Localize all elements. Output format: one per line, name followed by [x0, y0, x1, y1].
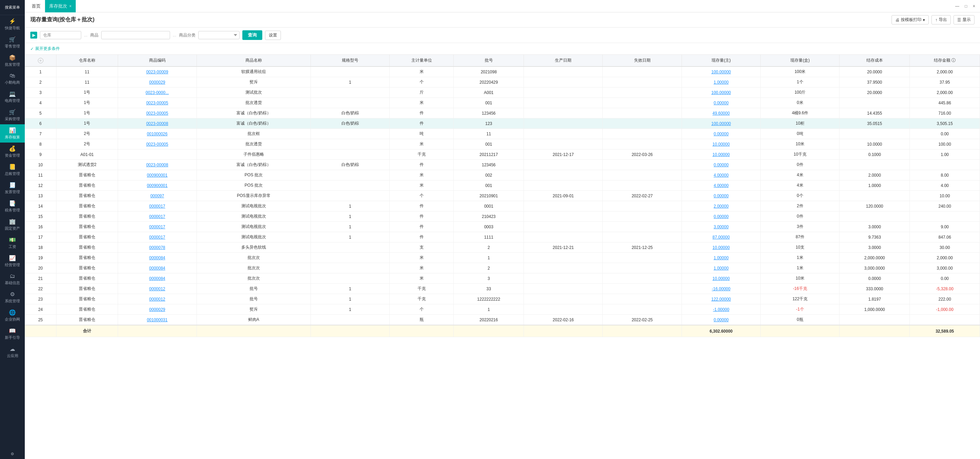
table-container[interactable]: ○ 仓库名称 商品编码 商品名称 规格型号 主计量单位 批号 生产日期 失效日期…: [25, 55, 980, 459]
cell-qty-main[interactable]: 100.00000: [682, 118, 760, 129]
cell-batch: 210423: [454, 212, 524, 222]
cell-code[interactable]: 0000084: [118, 253, 197, 263]
cell-qty-main[interactable]: 0.00000: [682, 129, 760, 139]
cell-qty-main[interactable]: 10.00000: [682, 273, 760, 284]
cell-batch: 20220429: [454, 77, 524, 88]
goods-label: 商品: [90, 32, 99, 38]
cell-code[interactable]: 0000029: [118, 77, 197, 88]
minimize-button[interactable]: —: [953, 4, 961, 9]
sidebar-item-finance[interactable]: 💰 资金管理: [0, 143, 25, 161]
cell-qty-main[interactable]: 4.00000: [682, 170, 760, 180]
close-window-button[interactable]: ×: [971, 4, 977, 9]
cell-qty-main[interactable]: 100.00000: [682, 88, 760, 98]
cell-qty-main[interactable]: -16.00000: [682, 284, 760, 294]
sidebar-item-inventory[interactable]: 📊 库存核算: [0, 124, 25, 143]
cell-code[interactable]: 0023-0000...: [118, 88, 197, 98]
cell-code[interactable]: 0000029: [118, 304, 197, 315]
sidebar-item-ledger[interactable]: 📒 总账管理: [0, 161, 25, 179]
cell-qty-main[interactable]: 0.00000: [682, 160, 760, 170]
cell-code[interactable]: 0023-00005: [118, 98, 197, 108]
cell-code[interactable]: 0000017: [118, 232, 197, 242]
sidebar-item-payroll[interactable]: 💵 工资: [0, 234, 25, 252]
cell-qty-main[interactable]: 0.00000: [682, 212, 760, 222]
cell-code[interactable]: 0000017: [118, 222, 197, 232]
sidebar-item-wholesale[interactable]: 📦 批发管理: [0, 52, 25, 70]
cell-code[interactable]: 0000017: [118, 201, 197, 212]
cell-qty-main[interactable]: 100.00000: [682, 67, 760, 77]
cell-code[interactable]: 0023-00005: [118, 108, 197, 118]
cell-qty-main[interactable]: 0.00000: [682, 315, 760, 325]
cell-batch: 2: [454, 263, 524, 273]
cell-qty-main[interactable]: 10.00000: [682, 242, 760, 253]
expand-more-button[interactable]: ✓ 展开更多条件: [30, 45, 975, 53]
cell-code[interactable]: 001000026: [118, 129, 197, 139]
cell-code[interactable]: 0000078: [118, 242, 197, 253]
category-select[interactable]: [198, 31, 240, 39]
sidebar-item-ecommerce[interactable]: 💻 电商管理: [0, 88, 25, 106]
sidebar-item-operations[interactable]: 📈 经营管理: [0, 252, 25, 270]
sidebar-logo[interactable]: 搜索菜单: [0, 0, 25, 15]
cell-code[interactable]: 0000012: [118, 284, 197, 294]
summary-cell-10: [761, 325, 840, 337]
sidebar-item-system[interactable]: ⚙ 系统管理: [0, 288, 25, 306]
goods-input[interactable]: [101, 31, 170, 39]
cell-code[interactable]: 001000031: [118, 315, 197, 325]
cell-code[interactable]: 0000084: [118, 263, 197, 273]
cell-code[interactable]: 000900001: [118, 170, 197, 180]
cell-code[interactable]: 0023-00008: [118, 118, 197, 129]
cell-qty-main[interactable]: 87.00000: [682, 232, 760, 242]
cell-qty-main[interactable]: 2.00000: [682, 201, 760, 212]
print-button[interactable]: 🖨 按模板打印 ▾: [891, 15, 929, 24]
warehouse-input[interactable]: [40, 31, 81, 39]
cell-qty-main[interactable]: 10.00000: [682, 139, 760, 150]
query-button[interactable]: 查询: [242, 30, 262, 40]
sidebar-item-fixed-assets[interactable]: 🏢 固定资产: [0, 215, 25, 234]
cell-prod-date: [524, 67, 603, 77]
cell-code[interactable]: 0023-00008: [118, 160, 197, 170]
tab-close-button[interactable]: ×: [69, 4, 72, 9]
cell-qty-main[interactable]: -1.00000: [682, 304, 760, 315]
cell-amount: 222.00: [910, 294, 980, 304]
cell-code[interactable]: [118, 150, 197, 160]
cell-qty-main[interactable]: 0.00000: [682, 98, 760, 108]
cell-qty-main[interactable]: 1.00000: [682, 77, 760, 88]
sidebar-item-quick-nav[interactable]: ⚡ 快捷导航: [0, 15, 25, 33]
sidebar-item-invoice[interactable]: 🧾 发票管理: [0, 179, 25, 197]
cell-code[interactable]: 000097: [118, 191, 197, 201]
cell-code[interactable]: 0000017: [118, 212, 197, 222]
cell-qty-main[interactable]: 4.00000: [682, 180, 760, 191]
sidebar-item-basic-info[interactable]: 🗂 基础信息: [0, 270, 25, 288]
cell-code[interactable]: 000900001: [118, 180, 197, 191]
sidebar-item-ecommerce-small[interactable]: 🛍 小鹅电商: [0, 70, 25, 88]
cell-qty-main[interactable]: 3.00000: [682, 222, 760, 232]
cell-qty-main[interactable]: 1.00000: [682, 263, 760, 273]
sidebar-item-tax[interactable]: 📑 税务管理: [0, 197, 25, 215]
cell-qty-main[interactable]: 49.60000: [682, 108, 760, 118]
sidebar-settings[interactable]: ⚙: [0, 449, 25, 459]
cell-qty-main[interactable]: 0.00000: [682, 191, 760, 201]
row-select-all[interactable]: ○: [38, 58, 43, 63]
filter-expand-arrow[interactable]: ▶: [30, 32, 37, 38]
display-button[interactable]: ☰ 显示: [953, 15, 975, 24]
cell-qty-main[interactable]: 122.00000: [682, 294, 760, 304]
cell-qty-main[interactable]: 10.00000: [682, 150, 760, 160]
tab-inventory-batch[interactable]: 库存批次 ×: [45, 0, 76, 13]
cell-qty-main[interactable]: 1.00000: [682, 253, 760, 263]
cell-code[interactable]: 0023-00005: [118, 139, 197, 150]
cell-cost: 10.0000: [840, 139, 910, 150]
cell-code[interactable]: 0000012: [118, 294, 197, 304]
sidebar-item-cloud[interactable]: ☁ 云应用: [0, 343, 25, 361]
export-button[interactable]: ↑ 导出: [931, 15, 951, 24]
cell-code[interactable]: 0000084: [118, 273, 197, 284]
sidebar-item-guide[interactable]: 📖 新手引导: [0, 325, 25, 343]
cell-prod-date: [524, 201, 603, 212]
sidebar-item-retail[interactable]: 🛒 零售管理: [0, 33, 25, 52]
cell-qty-box: 4米: [761, 180, 840, 191]
sidebar-item-purchase[interactable]: 🛒 采购管理: [0, 106, 25, 124]
cell-prod-date: [524, 263, 603, 273]
cell-code[interactable]: 0023-00009: [118, 67, 197, 77]
tab-home[interactable]: 首页: [27, 0, 45, 13]
restore-button[interactable]: □: [963, 4, 969, 9]
filter-settings-button[interactable]: 设置: [265, 31, 281, 40]
sidebar-item-enterprise[interactable]: 🌐 企业协网: [0, 306, 25, 325]
